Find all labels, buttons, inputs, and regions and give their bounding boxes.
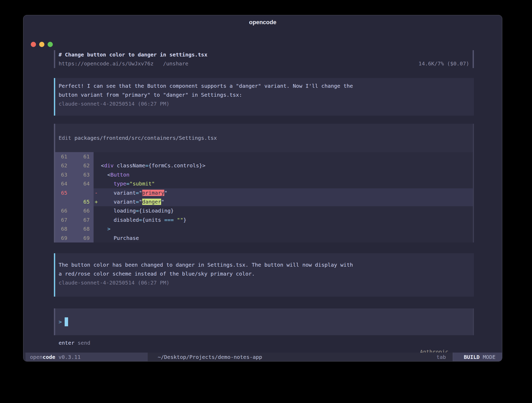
share-url[interactable]: https://opencode.ai/s/UwJxv76z [59, 59, 154, 68]
code-line: loading={isLoading} [94, 206, 473, 215]
opencode-window: opencode # Change button color to danger… [23, 15, 502, 361]
edit-tool-header: Edit packages/frontend/src/containers/Se… [55, 124, 473, 152]
diff-row: 6161 [55, 152, 473, 161]
code-line: + variant="danger" [94, 197, 473, 206]
code-line: Purchase [94, 234, 473, 242]
cwd-path: ~/Desktop/Projects/demo-notes-app [158, 354, 262, 360]
diff-marker: - [95, 188, 98, 197]
line-number-old: 68 [55, 224, 67, 233]
line-number-new: 65 [67, 197, 94, 206]
app-version: v0.3.11 [55, 354, 80, 360]
status-bar: opencode v0.3.11 ~/Desktop/Projects/demo… [23, 353, 502, 361]
context-stats: 14.6K/7% ($0.07) [418, 59, 469, 68]
message-meta: claude-sonnet-4-20250514 (06:27 PM) [59, 278, 474, 287]
window-title: opencode [23, 19, 502, 26]
diff-row: 65- variant="primary" [55, 188, 473, 197]
line-number-new: 67 [67, 215, 94, 224]
unshare-command[interactable]: /unshare [163, 59, 188, 68]
code-line: type="submit" [94, 179, 473, 188]
message-line: Perfect! I can see that the Button compo… [59, 81, 474, 90]
message-line: button variant from "primary" to "danger… [59, 90, 474, 99]
line-number-old: 64 [55, 179, 67, 188]
line-number-old: 69 [55, 234, 67, 242]
line-number-old [55, 197, 67, 206]
diff-row: 6262 <div className={formCs.controls}> [55, 161, 473, 170]
diff-row: 65+ variant="danger" [55, 197, 473, 206]
diff-row: 6666 loading={isLoading} [55, 206, 473, 215]
app-version-segment: opencode v0.3.11 [25, 353, 148, 361]
line-number-new: 69 [67, 234, 94, 242]
tab-key-hint: tab [436, 354, 446, 360]
hint-row: enter send Anthropic Claude Sonnet 4 [54, 338, 474, 347]
edit-tool-card: Edit packages/frontend/src/containers/Se… [54, 124, 474, 242]
message-line: The button color has been changed to dan… [59, 260, 474, 269]
title-bar: opencode [23, 15, 502, 49]
line-number-old: 63 [55, 170, 67, 179]
code-line: <div className={formCs.controls}> [94, 161, 473, 170]
mode-indicator: BUILD MODE [453, 353, 502, 361]
edit-file-path: packages/frontend/src/containers/Setting… [74, 135, 217, 141]
code-line: > [94, 224, 473, 233]
line-number-new: 62 [67, 161, 94, 170]
assistant-message: The button color has been changed to dan… [54, 253, 474, 297]
send-action-hint: send [74, 338, 90, 347]
close-button[interactable] [31, 42, 36, 47]
line-number-old: 61 [55, 152, 67, 161]
diff-view: 61616262 <div className={formCs.controls… [55, 152, 473, 242]
diff-marker: + [95, 197, 98, 206]
diff-row: 6363 <Button [55, 170, 473, 179]
line-number-old: 62 [55, 161, 67, 170]
code-line: <Button [94, 170, 473, 179]
traffic-lights [31, 42, 53, 47]
zoom-button[interactable] [48, 42, 53, 47]
message-line: a red/rose color scheme instead of the b… [59, 269, 474, 278]
line-number-new: 63 [67, 170, 94, 179]
diff-row: 6868 > [55, 224, 473, 233]
code-line: - variant="primary" [94, 188, 473, 197]
code-line: disabled={units === ""} [94, 215, 473, 224]
diff-row: 6464 type="submit" [55, 179, 473, 188]
minimize-button[interactable] [39, 42, 44, 47]
prompt-input[interactable]: > [54, 308, 474, 335]
assistant-message: Perfect! I can see that the Button compo… [54, 78, 474, 116]
code-line [94, 152, 473, 161]
line-number-new [67, 188, 94, 197]
line-number-new: 64 [67, 179, 94, 188]
app-name: open [30, 354, 43, 360]
edit-action-label: Edit [59, 135, 71, 141]
line-number-new: 61 [67, 152, 94, 161]
message-meta: claude-sonnet-4-20250514 (06:27 PM) [59, 99, 474, 108]
text-cursor [65, 317, 68, 326]
model-info: Anthropic Claude Sonnet 4 [401, 338, 467, 347]
session-header: # Change button color to danger in setti… [54, 50, 474, 68]
line-number-new: 68 [67, 224, 94, 233]
line-number-old: 65 [55, 188, 67, 197]
session-title: # Change button color to danger in setti… [59, 50, 469, 59]
enter-key-hint: enter [59, 338, 74, 347]
diff-row: 6767 disabled={units === ""} [55, 215, 473, 224]
prompt-symbol: > [59, 317, 62, 326]
diff-row: 6969 Purchase [55, 234, 473, 242]
line-number-old: 66 [55, 206, 67, 215]
line-number-new: 66 [67, 206, 94, 215]
line-number-old: 67 [55, 215, 67, 224]
